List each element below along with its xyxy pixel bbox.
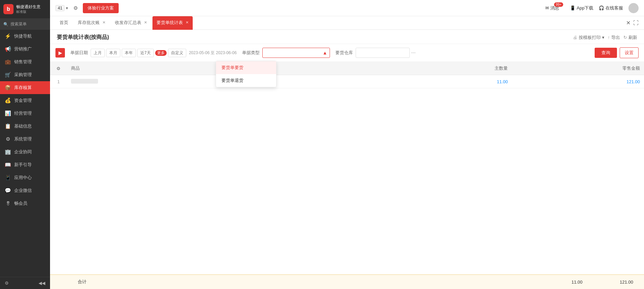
warehouse-input-wrapper: ··· xyxy=(356,48,415,58)
sidebar-item-enterprise[interactable]: 🏢 企业协同 xyxy=(0,146,50,158)
sidebar-item-label: 营销推广 xyxy=(14,46,32,52)
custom-date-button[interactable]: 自定义 xyxy=(168,49,186,57)
sidebar-item-label: 系统管理 xyxy=(14,136,32,142)
table-row: 1 块 11.00 121.00 xyxy=(50,75,644,88)
sidebar-item-label: 企业协同 xyxy=(14,149,32,155)
tab-inventory-batch[interactable]: 库存批次账 ✕ xyxy=(74,16,110,30)
sidebar-item-operation[interactable]: 📊 经营管理 xyxy=(0,107,50,120)
message-icon: ✉ xyxy=(545,5,549,10)
export-button[interactable]: ↑ 导出 xyxy=(608,35,620,41)
this-month-button[interactable]: 本月 xyxy=(106,49,120,57)
app-name: 畅捷通好生意 xyxy=(16,4,41,10)
inventory-icon: 📦 xyxy=(5,85,11,91)
this-year-button[interactable]: 本年 xyxy=(122,49,136,57)
sidebar-collapse-button[interactable]: ◀◀ xyxy=(39,281,45,286)
online-service-label: 在线客服 xyxy=(605,5,623,11)
topbar-left: 41 ▾ ⚙ 体验行业方案 xyxy=(55,3,542,13)
date-filter-label: 单据日期 xyxy=(70,50,88,56)
close-tab-inventory-batch[interactable]: ✕ xyxy=(102,20,105,25)
col-settings[interactable]: ⚙ xyxy=(50,62,67,75)
print-button[interactable]: 🖨 按模板打印 ▾ xyxy=(573,35,604,41)
sidebar-item-label: 销售管理 xyxy=(14,59,32,65)
close-tab-order[interactable]: ✕ xyxy=(186,20,189,25)
sidebar-item-system[interactable]: ⚙ 系统管理 xyxy=(0,133,50,146)
sidebar-item-appstore[interactable]: 📱 应用中心 xyxy=(0,171,50,184)
sidebar-item-member[interactable]: 🎖 畅会员 xyxy=(0,197,50,210)
refresh-button[interactable]: ↻ 刷新 xyxy=(623,35,637,41)
topbar: 41 ▾ ⚙ 体验行业方案 ✉ 消息 99+ 📱 App下载 🎧 在线客服 xyxy=(50,0,644,16)
sidebar-item-quick-nav[interactable]: ⚡ 快捷导航 xyxy=(0,30,50,43)
sidebar-bottom: ⚙ ◀◀ xyxy=(0,277,50,289)
sidebar-item-label: 新手引导 xyxy=(14,162,32,168)
sidebar-item-inventory[interactable]: 📦 库存核算 xyxy=(0,81,50,94)
sidebar-settings-icon[interactable]: ⚙ xyxy=(5,281,9,286)
sidebar-item-marketing[interactable]: 📢 营销推广 xyxy=(0,43,50,55)
dropdown-item-return-label: 要货单退货 xyxy=(221,77,243,84)
messages-button[interactable]: ✉ 消息 99+ xyxy=(545,5,559,11)
sidebar-item-basic[interactable]: 📋 基础信息 xyxy=(0,120,50,133)
maximize-button[interactable]: ⛶ xyxy=(633,20,639,26)
warehouse-more-icon[interactable]: ··· xyxy=(411,50,415,56)
logo-icon: b xyxy=(3,4,14,14)
type-select-wrapper: ▲ xyxy=(262,48,330,58)
operation-icon: 📊 xyxy=(5,110,11,116)
sidebar-item-label: 库存核算 xyxy=(14,85,32,91)
last-month-button[interactable]: 上月 xyxy=(91,49,105,57)
warehouse-input[interactable] xyxy=(356,48,410,58)
filter-type-group: 单据类型 ▲ xyxy=(242,48,330,58)
row-index: 1 xyxy=(50,75,67,88)
settings-icon: ⚙ xyxy=(73,5,78,11)
last-7-days-button[interactable]: 近7天 xyxy=(137,49,154,57)
sidebar-item-sales[interactable]: 💼 销售管理 xyxy=(0,55,50,68)
system-icon: ⚙ xyxy=(5,136,11,142)
close-tab-receivables[interactable]: ✕ xyxy=(144,20,147,25)
dropdown-item-return[interactable]: 要货单退货 xyxy=(216,74,276,87)
filter-expand-button[interactable]: ▶ xyxy=(55,48,65,58)
print-dropdown-icon[interactable]: ▾ xyxy=(602,35,604,40)
sidebar-item-finance[interactable]: 💰 资金管理 xyxy=(0,94,50,107)
enterprise-icon: 🏢 xyxy=(5,149,11,155)
search-label: 搜索菜单 xyxy=(10,21,27,27)
appstore-icon: 📱 xyxy=(5,175,11,181)
filter-date-group: 单据日期 上月 本月 本年 近7天 更多 自定义 2023-05-06 至 20… xyxy=(70,49,237,57)
tab-home[interactable]: 首页 xyxy=(55,16,72,30)
sidebar: b 畅捷通好生意 标准版 🔍 搜索菜单 ⚡ 快捷导航 📢 营销推广 💼 销售管理… xyxy=(0,0,50,289)
user-avatar[interactable] xyxy=(628,3,639,13)
purchase-icon: 🛒 xyxy=(5,72,11,78)
filter-settings-button[interactable]: 设置 xyxy=(620,47,639,58)
export-label: 导出 xyxy=(611,35,620,41)
print-icon: 🖨 xyxy=(573,35,577,40)
close-all-tabs-button[interactable]: ✕ xyxy=(626,20,630,26)
footer-amount: 121.00 xyxy=(587,280,637,285)
main-content: 41 ▾ ⚙ 体验行业方案 ✉ 消息 99+ 📱 App下载 🎧 在线客服 xyxy=(50,0,644,289)
sales-icon: 💼 xyxy=(5,59,11,65)
more-date-options-badge[interactable]: 更多 xyxy=(155,50,167,56)
tab-order-summary[interactable]: 要货单统计表 ✕ xyxy=(152,16,193,30)
print-label: 按模板打印 xyxy=(579,35,601,41)
query-button[interactable]: 查询 xyxy=(595,48,617,58)
type-input[interactable] xyxy=(262,48,330,58)
tab-home-label: 首页 xyxy=(59,20,68,26)
sidebar-item-purchase[interactable]: 🛒 采购管理 xyxy=(0,68,50,81)
trial-button[interactable]: 体验行业方案 xyxy=(83,3,119,13)
messages-badge: 99+ xyxy=(554,2,563,7)
marketing-icon: 📢 xyxy=(5,46,11,52)
type-filter-label: 单据类型 xyxy=(242,50,260,56)
online-service-button[interactable]: 🎧 在线客服 xyxy=(599,5,623,11)
app-download-label: App下载 xyxy=(577,5,593,11)
row-amount: 121.00 xyxy=(512,75,644,88)
topbar-right: ✉ 消息 99+ 📱 App下载 🎧 在线客服 xyxy=(545,3,639,13)
app-download-button[interactable]: 📱 App下载 xyxy=(570,5,593,11)
company-selector[interactable]: 41 ▾ xyxy=(55,5,68,11)
sidebar-item-label: 资金管理 xyxy=(14,97,32,104)
sidebar-item-wechat[interactable]: 💬 企业微信 xyxy=(0,184,50,197)
refresh-label: 刷新 xyxy=(628,35,637,41)
dropdown-item-order[interactable]: 要货单要货 xyxy=(216,61,276,74)
sidebar-item-guide[interactable]: 📖 新手引导 xyxy=(0,158,50,171)
sidebar-item-label: 应用中心 xyxy=(14,175,32,181)
filter-warehouse-group: 要货仓库 ··· xyxy=(335,48,415,58)
footer-cells: 合计 11.00 121.00 xyxy=(57,279,637,285)
search-menu-item[interactable]: 🔍 搜索菜单 xyxy=(0,19,50,30)
tab-receivables-summary[interactable]: 收发存汇总表 ✕ xyxy=(111,16,151,30)
topbar-settings-button[interactable]: ⚙ xyxy=(71,3,80,13)
